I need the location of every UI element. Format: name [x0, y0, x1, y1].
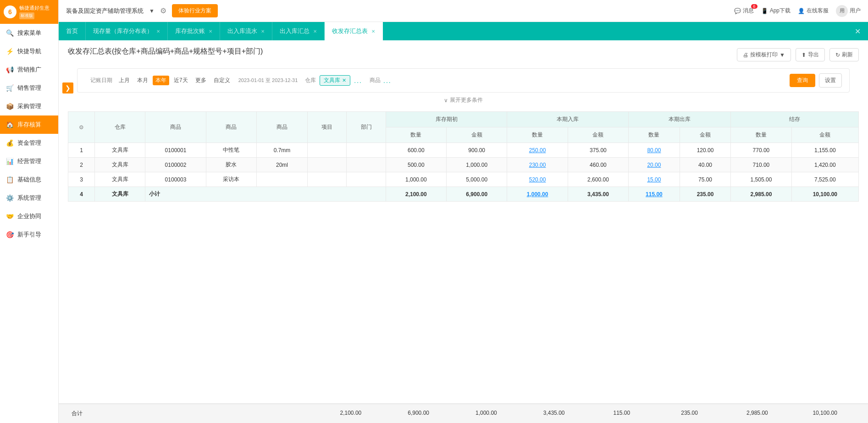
cell-out-qty[interactable]: 20.00 [629, 158, 680, 172]
sidebar-item-sales[interactable]: 🛒 销售管理 [0, 79, 58, 97]
sidebar-item-label: 快捷导航 [17, 47, 41, 55]
tab-batch[interactable]: 库存批次账 ✕ [168, 22, 220, 40]
cell-opening-amount: 5,000.00 [447, 172, 507, 187]
cell-product-code: 0100001 [145, 143, 206, 158]
sidebar-item-operations[interactable]: 📊 经营管理 [0, 152, 58, 170]
export-button[interactable]: ⬆ 导出 [796, 48, 825, 61]
col-product-code: 商品 [145, 112, 206, 143]
sidebar-item-finance[interactable]: 💰 资金管理 [0, 134, 58, 152]
date-btn-more[interactable]: 更多 [193, 76, 209, 85]
cell-balance-amount: 10,100.00 [791, 187, 858, 202]
cell-opening-amount: 900.00 [447, 143, 507, 158]
cell-out-qty[interactable]: 15.00 [629, 172, 680, 187]
tab-close-icon[interactable]: ✕ [156, 29, 160, 34]
tab-close-icon[interactable]: ✕ [261, 29, 265, 34]
col-out-amount: 金额 [680, 127, 731, 143]
col-opening-qty: 数量 [386, 127, 446, 143]
cell-out-qty[interactable]: 115.00 [629, 187, 680, 202]
cell-product-code: 0100002 [145, 158, 206, 172]
cell-out-amount: 75.00 [680, 172, 731, 187]
sidebar-item-basicinfo[interactable]: 📋 基础信息 [0, 170, 58, 189]
tab-close-icon[interactable]: ✕ [371, 29, 375, 34]
online-service-item[interactable]: 👤 在线客服 [798, 7, 829, 15]
date-filter-label: 记账日期 [90, 77, 112, 84]
date-btn-custom[interactable]: 自定义 [211, 76, 233, 85]
sidebar-item-search[interactable]: 🔍 搜索菜单 [0, 24, 58, 42]
refresh-button[interactable]: ↻ 刷新 [829, 48, 859, 61]
col-group-opening: 库存期初 [386, 112, 507, 127]
user-item[interactable]: 用 用户 [836, 5, 861, 17]
cell-in-amount: 375.00 [568, 143, 628, 158]
date-shortcuts: 上月 本月 本年 近7天 更多 自定义 [116, 76, 233, 85]
cell-balance-amount: 1,155.00 [791, 143, 858, 158]
query-button[interactable]: 查询 [790, 74, 815, 87]
sidebar-item-guide[interactable]: 🎯 新手引导 [0, 225, 58, 244]
filter-collapse-button[interactable]: ❯ [62, 82, 73, 93]
sidebar-item-purchase[interactable]: 📦 采购管理 [0, 97, 58, 115]
date-btn-7days[interactable]: 近7天 [171, 76, 191, 85]
app-download-item[interactable]: 📱 App下载 [761, 7, 791, 15]
cell-balance-amount: 7,525.00 [791, 172, 858, 187]
sidebar-menu: 🔍 搜索菜单 ⚡ 快捷导航 📢 营销推广 🛒 销售管理 📦 采购管理 🏠 库存核… [0, 24, 58, 423]
product-filter: 商品 ... [370, 77, 392, 84]
expand-more-label: 展开更多条件 [450, 96, 483, 104]
operations-icon: 📊 [6, 158, 14, 165]
main-area: 装备及固定资产辅助管理系统 ▼ ⚙ 体验行业方案 💬 消息 6 📱 App下载 … [59, 0, 868, 423]
system-selector[interactable]: ▼ [149, 8, 155, 14]
date-btn-this-month[interactable]: 本月 [134, 76, 151, 85]
page-title: 收发存汇总表(按仓库+商品编码+商品+规格型号+项目+部门) [68, 47, 263, 56]
tab-close-icon[interactable]: ✕ [313, 29, 317, 34]
tab-inout-flow[interactable]: 出入库流水 ✕ [220, 22, 272, 40]
avatar: 用 [836, 5, 848, 17]
date-btn-last-month[interactable]: 上月 [116, 76, 133, 85]
tab-inout-summary[interactable]: 出入库汇总 ✕ [272, 22, 325, 40]
expand-more-button[interactable]: ∨ 展开更多条件 [68, 93, 859, 108]
settings-icon[interactable]: ⚙ [160, 6, 166, 15]
sidebar-item-inventory[interactable]: 🏠 库存核算 [0, 115, 58, 134]
basicinfo-icon: 📋 [6, 176, 14, 183]
tab-recv-summary[interactable]: 收发存汇总表 ✕ [325, 22, 383, 40]
product-more-dots[interactable]: ... [383, 77, 392, 84]
cell-balance-qty: 710.00 [731, 158, 791, 172]
sales-icon: 🛒 [6, 84, 14, 92]
cell-opening-amount: 6,900.00 [447, 187, 507, 202]
cell-project [308, 143, 347, 158]
sidebar-item-label: 企业协同 [17, 212, 41, 220]
date-btn-this-year[interactable]: 本年 [153, 76, 169, 85]
system-icon: ⚙️ [6, 194, 14, 202]
sidebar-item-system[interactable]: ⚙️ 系统管理 [0, 189, 58, 207]
settings-button[interactable]: 设置 [819, 73, 842, 88]
tab-inventory-dist[interactable]: 现存量（库存分布表） ✕ [86, 22, 168, 40]
footer-in-amount: 3,435.00 [520, 408, 588, 419]
table-footer: 合计 2,100.00 6,900.00 1,000.00 3,435.00 1… [59, 403, 868, 423]
tab-bar: 首页 现存量（库存分布表） ✕ 库存批次账 ✕ 出入库流水 ✕ 出入库汇总 ✕ … [59, 22, 868, 40]
sidebar-item-collab[interactable]: 🤝 企业协同 [0, 207, 58, 225]
warehouse-tag-close-icon[interactable]: ✕ [342, 77, 346, 83]
message-item[interactable]: 💬 消息 6 [734, 7, 754, 15]
cell-in-qty[interactable]: 520.00 [507, 172, 568, 187]
print-template-button[interactable]: 🖨 按模板打印 ▼ [737, 48, 791, 61]
col-settings[interactable]: ⚙ [68, 112, 95, 143]
tabbar-close-button[interactable]: ✕ [855, 27, 861, 36]
cell-out-qty[interactable]: 80.00 [629, 143, 680, 158]
sidebar-item-marketing[interactable]: 📢 营销推广 [0, 60, 58, 79]
refresh-icon: ↻ [835, 52, 840, 58]
table-row: 1 文具库 0100001 中性笔 0.7mm 600.00 900.00 25… [68, 143, 859, 158]
user-label: 用户 [850, 7, 861, 15]
finance-icon: 💰 [6, 139, 14, 147]
cell-in-qty[interactable]: 1,000.00 [507, 187, 568, 202]
warehouse-more-dots[interactable]: ... [354, 77, 362, 84]
cell-no: 2 [68, 158, 95, 172]
col-in-qty: 数量 [507, 127, 568, 143]
cell-in-qty[interactable]: 250.00 [507, 143, 568, 158]
experience-button[interactable]: 体验行业方案 [172, 4, 218, 17]
cell-in-qty[interactable]: 230.00 [507, 158, 568, 172]
sidebar-item-quicknav[interactable]: ⚡ 快捷导航 [0, 42, 58, 60]
footer-total-label: 合计 [72, 410, 83, 417]
tab-home[interactable]: 首页 [59, 22, 86, 40]
tab-close-icon[interactable]: ✕ [209, 29, 212, 34]
col-department: 部门 [347, 112, 386, 143]
system-title: 装备及固定资产辅助管理系统 [66, 7, 144, 15]
service-icon: 👤 [798, 8, 805, 14]
warehouse-tag: 文具库 ✕ [320, 75, 350, 86]
